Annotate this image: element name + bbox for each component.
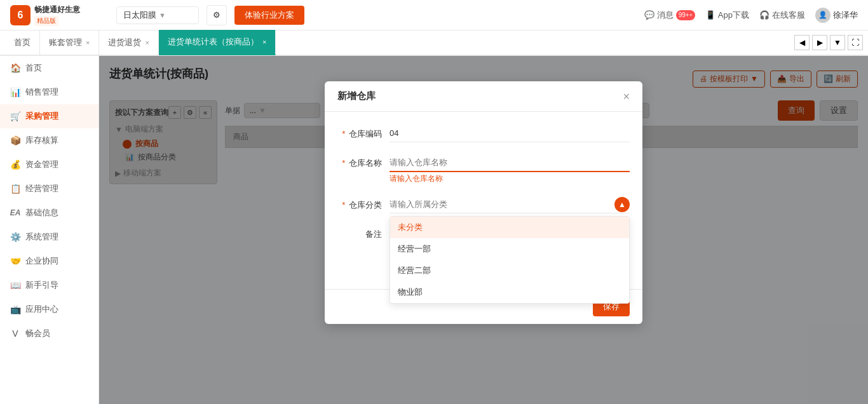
sidebar-item-guide[interactable]: 📖 新手引导 xyxy=(0,273,98,297)
warehouse-code-label: * 仓库编码 xyxy=(337,125,382,140)
warehouse-name-label: * 仓库名称 xyxy=(337,154,382,169)
sidebar-label-purchase: 采购管理 xyxy=(25,111,58,122)
finance-icon: 💰 xyxy=(10,159,20,170)
sidebar-item-member[interactable]: V 畅会员 xyxy=(0,321,98,346)
sidebar-item-basic-info[interactable]: EA 基础信息 xyxy=(0,201,98,225)
sidebar-label-home: 首页 xyxy=(25,62,42,74)
sidebar-label-basic-info: 基础信息 xyxy=(25,207,58,219)
logo-name: 畅捷通好生意 xyxy=(34,4,80,15)
sidebar-item-operations[interactable]: 📋 经营管理 xyxy=(0,177,98,201)
avatar-icon: 👤 xyxy=(818,11,827,19)
tab-stats[interactable]: 进货单统计表（按商品） × xyxy=(159,30,276,55)
app-download-action[interactable]: 📱 App下载 xyxy=(705,10,749,21)
username-label: 徐泽华 xyxy=(833,10,858,21)
sidebar-item-appstore[interactable]: 📺 应用中心 xyxy=(0,297,98,321)
main-layout: 🏠 首页 📊 销售管理 🛒 采购管理 📦 库存核算 💰 资金管理 📋 经营管理 … xyxy=(0,56,868,404)
chevron-up-icon: ▲ xyxy=(618,200,626,209)
top-header: 6 畅捷通好生意 精品版 日太阳膜 ▼ ⚙ 体验行业方案 💬 消息 99+ 📱 … xyxy=(0,0,868,30)
app-download-label: App下载 xyxy=(718,10,749,21)
appstore-icon: 📺 xyxy=(10,304,20,314)
dropdown-item-dept2[interactable]: 经营二部 xyxy=(390,260,629,281)
logo-letter: 6 xyxy=(18,10,24,21)
settings-icon-btn[interactable]: ⚙ xyxy=(207,5,227,25)
tab-purchase-return-label: 进货退货 xyxy=(108,37,141,48)
dropdown-item-dept3[interactable]: 物业部 xyxy=(390,281,629,303)
tab-account[interactable]: 账套管理 × xyxy=(40,30,99,55)
tab-bar: 首页 账套管理 × 进货退货 × 进货单统计表（按商品） × ◀ ▶ ▼ ⛶ xyxy=(0,30,868,56)
online-service-action[interactable]: 🎧 在线客服 xyxy=(759,10,805,21)
mobile-icon: 📱 xyxy=(705,10,715,20)
basic-info-icon: EA xyxy=(10,208,20,218)
tab-home-label: 首页 xyxy=(14,37,31,48)
logo-badge: 精品版 xyxy=(34,16,58,26)
form-row-category: * 仓库分类 ▲ 未分类 经营一部 经营二 xyxy=(337,196,630,213)
sidebar-label-operations: 经营管理 xyxy=(25,183,58,194)
required-star-name: * xyxy=(342,158,345,168)
collab-icon: 🤝 xyxy=(10,256,20,266)
warehouse-code-input[interactable] xyxy=(390,125,630,142)
tab-home[interactable]: 首页 xyxy=(5,30,40,55)
required-star-category: * xyxy=(342,200,345,210)
sidebar-label-appstore: 应用中心 xyxy=(25,304,58,315)
message-action[interactable]: 💬 消息 99+ xyxy=(644,10,695,21)
tab-prev-btn[interactable]: ◀ xyxy=(794,35,810,50)
tab-account-close[interactable]: × xyxy=(86,39,90,46)
modal-add-warehouse: 新增仓库 × * 仓库编码 xyxy=(325,81,642,324)
warehouse-name-error: 请输入仓库名称 xyxy=(390,173,630,184)
sidebar-label-inventory: 库存核算 xyxy=(25,135,58,146)
tab-fullscreen-btn[interactable]: ⛶ xyxy=(848,35,863,50)
tab-purchase-return[interactable]: 进货退货 × xyxy=(99,30,158,55)
gear-icon: ⚙ xyxy=(213,10,220,20)
user-avatar: 👤 xyxy=(815,8,831,23)
sidebar-item-system[interactable]: ⚙️ 系统管理 xyxy=(0,225,98,249)
message-label: 消息 xyxy=(657,10,674,21)
notes-label: 备注 xyxy=(337,225,382,240)
sales-icon: 📊 xyxy=(10,87,20,97)
warehouse-name-input[interactable] xyxy=(390,154,630,172)
tab-purchase-return-close[interactable]: × xyxy=(145,39,149,46)
dropdown-arrow-icon: ▼ xyxy=(159,11,166,19)
sidebar-item-sales[interactable]: 📊 销售管理 xyxy=(0,80,98,104)
category-dropdown-menu: 未分类 经营一部 经营二部 物业部 xyxy=(390,216,630,304)
sidebar-label-guide: 新手引导 xyxy=(25,279,58,291)
member-icon: V xyxy=(10,328,20,339)
guide-icon: 📖 xyxy=(10,280,20,290)
sidebar-item-collab[interactable]: 🤝 企业协同 xyxy=(0,249,98,273)
tab-next-btn[interactable]: ▶ xyxy=(812,35,827,50)
dropdown-item-unclassified[interactable]: 未分类 xyxy=(390,217,629,238)
warehouse-category-label: * 仓库分类 xyxy=(337,196,382,211)
tab-stats-close[interactable]: × xyxy=(262,38,266,46)
message-icon: 💬 xyxy=(644,10,654,20)
system-icon: ⚙️ xyxy=(10,232,20,242)
sidebar: 🏠 首页 📊 销售管理 🛒 采购管理 📦 库存核算 💰 资金管理 📋 经营管理 … xyxy=(0,56,99,404)
sidebar-label-collab: 企业协同 xyxy=(25,255,58,267)
sidebar-label-sales: 销售管理 xyxy=(25,86,58,98)
form-row-name: * 仓库名称 请输入仓库名称 xyxy=(337,154,630,184)
sidebar-label-system: 系统管理 xyxy=(25,231,58,243)
logo-text-area: 畅捷通好生意 精品版 xyxy=(34,4,80,26)
store-selector[interactable]: 日太阳膜 ▼ xyxy=(116,6,199,24)
modal-close-button[interactable]: × xyxy=(623,91,630,102)
logo-icon: 6 xyxy=(10,5,31,25)
sidebar-item-purchase[interactable]: 🛒 采购管理 xyxy=(0,104,98,128)
dropdown-item-dept1[interactable]: 经营一部 xyxy=(390,238,629,260)
form-row-code: * 仓库编码 xyxy=(337,125,630,142)
header-right: 💬 消息 99+ 📱 App下载 🎧 在线客服 👤 徐泽华 xyxy=(644,8,858,23)
operations-icon: 📋 xyxy=(10,184,20,194)
user-area[interactable]: 👤 徐泽华 xyxy=(815,8,858,23)
warehouse-category-input[interactable] xyxy=(390,196,630,213)
tab-controls: ◀ ▶ ▼ ⛶ xyxy=(794,35,863,50)
sidebar-item-home[interactable]: 🏠 首页 xyxy=(0,56,98,80)
sidebar-item-finance[interactable]: 💰 资金管理 xyxy=(0,152,98,177)
sidebar-label-member: 畅会员 xyxy=(25,328,50,339)
purchase-icon: 🛒 xyxy=(10,111,20,121)
online-service-label: 在线客服 xyxy=(772,10,805,21)
tab-stats-label: 进货单统计表（按商品） xyxy=(168,36,259,48)
sidebar-label-finance: 资金管理 xyxy=(25,159,58,170)
tab-account-label: 账套管理 xyxy=(49,37,82,48)
category-dropdown-toggle[interactable]: ▲ xyxy=(614,197,630,212)
home-icon: 🏠 xyxy=(10,63,20,73)
trial-button[interactable]: 体验行业方案 xyxy=(234,6,304,25)
sidebar-item-inventory[interactable]: 📦 库存核算 xyxy=(0,128,98,152)
tab-menu-btn[interactable]: ▼ xyxy=(830,35,845,50)
